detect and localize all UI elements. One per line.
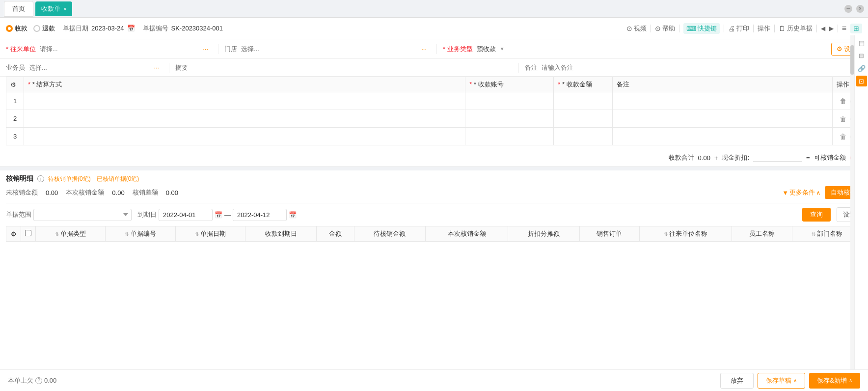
summary-input[interactable]: [190, 63, 513, 73]
scroll-thumb[interactable]: [850, 45, 854, 75]
save-new-button[interactable]: 保存&新增 ∧: [809, 373, 860, 389]
select-all-checkbox[interactable]: [25, 230, 31, 236]
query-button[interactable]: 查询: [802, 208, 831, 222]
shortcut-button[interactable]: ⌨ 快捷键: [683, 23, 720, 34]
sidebar-icon-table[interactable]: ▤: [856, 37, 867, 48]
print-label: 打印: [736, 24, 749, 33]
operation-button[interactable]: 操作: [758, 24, 770, 33]
summary-row: 收款合计 0.00 + 现金折扣: = 可核销金额 0.00: [0, 149, 868, 167]
grid-view-button[interactable]: ⊞: [850, 24, 862, 33]
row1-delete-icon[interactable]: 🗑: [840, 97, 846, 105]
close-button[interactable]: ×: [856, 5, 864, 13]
list-view-button[interactable]: ≡: [842, 24, 846, 33]
date-field: 到期日 📅 — 📅: [137, 209, 297, 221]
sidebar-icon-form[interactable]: ⊡: [856, 76, 867, 86]
row3-remark[interactable]: [613, 128, 833, 145]
tab-pending[interactable]: 待核销单据(0笔): [48, 175, 91, 183]
discount-input[interactable]: [753, 154, 802, 162]
calendar-to-icon[interactable]: 📅: [289, 211, 297, 219]
staff-more[interactable]: ···: [154, 64, 159, 71]
row3-seq: 3: [6, 128, 24, 145]
date-to-input[interactable]: [233, 209, 287, 221]
bottom-actions: 放弃 保存草稿 ∧ 保存&新增 ∧: [720, 373, 860, 389]
sep3: [169, 63, 169, 73]
store-input[interactable]: [239, 44, 415, 54]
partner-more[interactable]: ···: [203, 45, 208, 53]
doc-no-value: SK-20230324-001: [171, 25, 223, 32]
remark-input[interactable]: [540, 63, 862, 73]
row2-account[interactable]: [465, 110, 554, 128]
tab-home[interactable]: 首页: [4, 1, 33, 17]
toolbar-right: ⊙ 视频 ⊙ 帮助 ⌨ 快捷键 🖨 打印 操作: [626, 23, 862, 34]
sidebar-icon-doc[interactable]: ⊟: [856, 50, 867, 61]
th-staff: 员工名称: [732, 226, 792, 242]
sort-icon: ⇅: [55, 231, 59, 237]
row3-account[interactable]: [465, 128, 554, 145]
row2-remark[interactable]: [613, 110, 833, 128]
divider2: [679, 25, 679, 32]
remark-label: 备注: [525, 63, 538, 72]
history-label: 历史单据: [787, 24, 813, 33]
more-conditions-label: 更多条件: [789, 188, 815, 197]
bottom-info-label: 本单上欠: [8, 376, 33, 385]
partner-input[interactable]: [38, 44, 197, 54]
row1-amount[interactable]: [554, 92, 613, 110]
row2-settlement[interactable]: [24, 110, 465, 128]
discard-button[interactable]: 放弃: [720, 373, 754, 389]
help-button[interactable]: ⊙ 帮助: [655, 24, 675, 33]
row1-settlement[interactable]: [24, 92, 465, 110]
save-draft-button[interactable]: 保存草稿 ∧: [758, 373, 805, 389]
history-button[interactable]: 🗒 历史单据: [779, 24, 813, 33]
verify-section: 核销明细 i 待核销单据(0笔) 已核销单据(0笔) 未核销金额 0.00 本次…: [0, 170, 868, 246]
th-current: 本次核销金额: [425, 226, 508, 242]
bottom-info-icon[interactable]: ?: [35, 377, 42, 384]
row2-amount[interactable]: [554, 110, 613, 128]
minimize-button[interactable]: ─: [844, 5, 852, 13]
date-from-input[interactable]: [159, 209, 213, 221]
print-button[interactable]: 🖨 打印: [728, 24, 749, 33]
store-more[interactable]: ···: [421, 45, 427, 53]
verify-title: 核销明细: [6, 174, 33, 183]
gear-detail-icon[interactable]: ⚙: [11, 230, 17, 238]
divider6: [816, 25, 817, 32]
sidebar-icon-link[interactable]: 🔗: [856, 63, 867, 74]
shortcut-label: 快捷键: [698, 24, 717, 33]
equals-sign: =: [806, 154, 810, 162]
th-sales-order: 销售订单: [579, 226, 639, 242]
doc-date-label: 单据日期: [63, 24, 88, 33]
filter-row: 单据范围 到期日 📅 — 📅 查询 设置: [6, 203, 862, 226]
sep1: [218, 44, 218, 54]
video-label: 视频: [634, 24, 647, 33]
row2-delete-icon[interactable]: 🗑: [840, 115, 846, 123]
verify-info-icon[interactable]: i: [37, 175, 44, 182]
unchecked-label: 未核销金额: [6, 188, 38, 197]
row3-delete-icon[interactable]: 🗑: [840, 133, 846, 140]
calendar-from-icon[interactable]: 📅: [215, 211, 222, 219]
biz-type-dropdown-icon[interactable]: ▼: [500, 46, 505, 52]
tab-done[interactable]: 已核销单据(0笔): [97, 175, 139, 183]
next-button[interactable]: ▶: [829, 25, 834, 32]
prev-button[interactable]: ◀: [821, 25, 825, 32]
remark-field: 备注: [525, 63, 862, 73]
divider5: [774, 25, 775, 32]
current-value: 0.00: [112, 189, 124, 196]
more-conditions-button[interactable]: ▼ 更多条件 ∧: [782, 188, 821, 197]
row1-account[interactable]: [465, 92, 554, 110]
staff-input[interactable]: [27, 63, 148, 73]
window-controls: ─ ×: [844, 5, 864, 13]
tab-close-icon[interactable]: ×: [63, 6, 66, 12]
row3-settlement[interactable]: [24, 128, 465, 145]
radio-refund-dot: [33, 25, 40, 32]
date-picker-icon[interactable]: 📅: [127, 25, 135, 32]
range-select[interactable]: [33, 209, 132, 221]
table-row: 1 🗑 ⊕: [6, 92, 862, 110]
row3-amount[interactable]: [554, 128, 613, 145]
sep2: [436, 44, 437, 54]
th-gear[interactable]: ⚙: [6, 77, 24, 92]
video-button[interactable]: ⊙ 视频: [626, 24, 647, 33]
main-content: 收款 退款 单据日期 2023-03-24 📅 单据编号 SK-20230324…: [0, 18, 868, 391]
radio-refund[interactable]: 退款: [33, 24, 55, 33]
row1-remark[interactable]: [613, 92, 833, 110]
radio-receipt[interactable]: 收款: [6, 24, 27, 33]
tab-active[interactable]: 收款单 ×: [35, 1, 72, 16]
